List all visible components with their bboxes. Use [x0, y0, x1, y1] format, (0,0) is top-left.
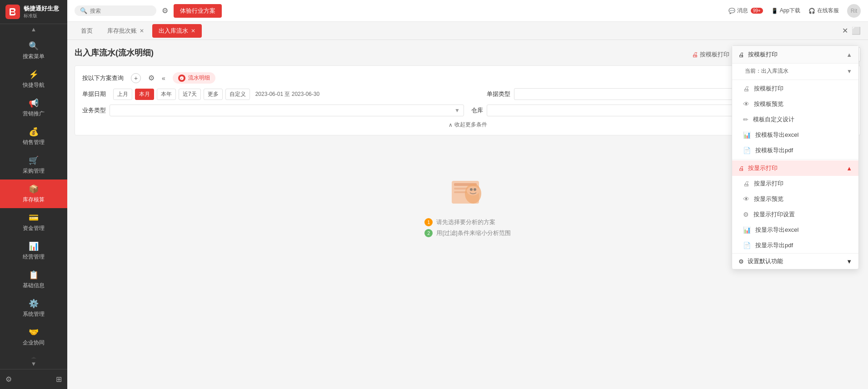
- sidebar-item-quicknav[interactable]: ⚡ 快捷导航: [0, 65, 67, 94]
- sidebar-collapse-button[interactable]: ⊞: [56, 375, 62, 384]
- sidebar-footer: ⚙ ⊞: [0, 369, 67, 389]
- dropdown-display-print-settings[interactable]: ⚙ 按显示打印设置: [732, 207, 858, 222]
- dropdown-header[interactable]: 🖨 按模板打印 ▲: [732, 46, 858, 64]
- voucher-type-label: 单据类型: [487, 90, 510, 98]
- biz-type-select[interactable]: ▼: [110, 105, 464, 116]
- sidebar-item-basic[interactable]: 📋 基础信息: [0, 265, 67, 294]
- topbar-gear-icon[interactable]: ⚙: [162, 6, 168, 15]
- dropdown-current-item[interactable]: 当前：出入库流水 ▼: [732, 64, 858, 79]
- footer-arrow-icon: ▼: [846, 258, 852, 265]
- logo-text: 畅捷通好生意 标准版: [24, 5, 59, 19]
- display-chevron-up-icon: ▲: [846, 165, 852, 172]
- dropdown-template-export-excel[interactable]: 📊 按模板导出excel: [732, 127, 858, 143]
- biz-type-arrow-icon: ▼: [454, 107, 460, 114]
- sidebar-item-purchase[interactable]: 🛒 采购管理: [0, 151, 67, 180]
- sidebar-scroll-up[interactable]: ▲: [0, 24, 67, 35]
- tab-batch-close[interactable]: ✕: [140, 28, 144, 34]
- date-btn-7days[interactable]: 近7天: [179, 89, 201, 100]
- template-print-icon: 🖨: [743, 85, 749, 92]
- empty-icon: [445, 167, 490, 213]
- filter-gear-icon[interactable]: ⚙: [148, 74, 155, 82]
- print-icon: 🖨: [692, 51, 698, 58]
- empty-tips: 1 请先选择要分析的方案 2 用[过滤]条件来缩小分析范围: [424, 218, 510, 240]
- dropdown-template-export-pdf[interactable]: 📄 按模板导出pdf: [732, 143, 858, 158]
- date-range: 2023-06-01 至 2023-06-30: [255, 90, 319, 98]
- topbar-search-icon: 🔍: [80, 7, 87, 14]
- sidebar-settings-button[interactable]: ⚙: [5, 375, 12, 384]
- display-pdf-icon: 📄: [743, 242, 751, 249]
- template-excel-icon: 📊: [743, 131, 751, 139]
- sidebar-item-inventory[interactable]: 📦 库存核算: [0, 180, 67, 208]
- template-print-button[interactable]: 🖨 按模板打印 ▲: [692, 50, 736, 59]
- filter-collapse-icon[interactable]: «: [162, 75, 165, 82]
- svg-point-8: [470, 188, 473, 191]
- sidebar-nav: 🔍 搜索菜单 ⚡ 快捷导航 📢 营销推广 💰 销售管理 🛒 采购管理 📦 库存核…: [0, 35, 67, 359]
- date-btn-this-year[interactable]: 本年: [157, 89, 176, 100]
- tag-icon: ✓: [178, 75, 185, 82]
- phone-icon: 📱: [771, 8, 778, 14]
- date-btn-more[interactable]: 更多: [204, 89, 223, 100]
- warehouse-label: 仓库: [471, 106, 483, 115]
- tip-num-1: 1: [424, 218, 433, 226]
- system-icon: ⚙️: [29, 299, 39, 309]
- message-badge: 99+: [751, 8, 763, 14]
- message-button[interactable]: 💬 消息 99+: [728, 7, 763, 15]
- template-pdf-icon: 📄: [743, 147, 751, 154]
- topbar-right: 💬 消息 99+ 📱 App下载 🎧 在线客服 Rit: [728, 4, 861, 18]
- funds-icon: 💳: [29, 213, 39, 223]
- tab-batch[interactable]: 库存批次账 ✕: [101, 24, 150, 38]
- dropdown-display-print[interactable]: 🖨 按显示打印: [732, 176, 858, 191]
- dropdown-template-preview[interactable]: 👁 按模板预览: [732, 96, 858, 112]
- logo-icon: [5, 5, 20, 19]
- filter-tag-flow[interactable]: ✓ 流水明细: [173, 72, 215, 84]
- display-excel-icon: 📊: [743, 226, 751, 234]
- dropdown-footer[interactable]: ⚙ 设置默认功能 ▼: [732, 253, 858, 269]
- sidebar-item-system[interactable]: ⚙️ 系统管理: [0, 294, 67, 323]
- tab-controls: ✕ ⬜: [842, 26, 861, 35]
- footer-settings-icon: ⚙: [738, 258, 744, 265]
- sidebar-item-operations[interactable]: 📊 经营管理: [0, 237, 67, 265]
- filter-add-button[interactable]: +: [131, 73, 141, 83]
- sidebar-item-search[interactable]: 🔍 搜索菜单: [0, 36, 67, 65]
- dropdown-template-print[interactable]: 🖨 按模板打印: [732, 81, 858, 96]
- current-item-arrow-icon: ▼: [847, 68, 852, 75]
- tab-flow[interactable]: 出入库流水 ✕: [152, 24, 202, 38]
- sales-icon: 💰: [29, 127, 39, 137]
- sidebar-item-cooperation[interactable]: 🤝 企业协同: [0, 323, 67, 351]
- headset-icon: 🎧: [808, 8, 815, 14]
- sidebar-item-guide[interactable]: 🎓 新手引导: [0, 351, 67, 359]
- topbar-search-box[interactable]: 🔍: [75, 5, 156, 16]
- app-download-button[interactable]: 📱 App下载: [771, 7, 800, 15]
- tab-home[interactable]: 首页: [75, 24, 99, 38]
- sidebar-logo: 畅捷通好生意 标准版: [0, 0, 67, 24]
- date-btn-custom[interactable]: 自定义: [225, 89, 250, 100]
- tab-flow-close[interactable]: ✕: [191, 28, 195, 34]
- dropdown-chevron-up-icon[interactable]: ▲: [846, 51, 852, 58]
- date-btn-last-month[interactable]: 上月: [113, 89, 132, 100]
- sidebar-item-sales[interactable]: 💰 销售管理: [0, 122, 67, 151]
- dropdown-template-custom[interactable]: ✏ 模板自定义设计: [732, 112, 858, 127]
- tip-row-1: 1 请先选择要分析的方案: [424, 218, 510, 226]
- tabbar: 首页 库存批次账 ✕ 出入库流水 ✕ ✕ ⬜: [67, 22, 868, 40]
- dropdown-display-preview[interactable]: 👁 按显示预览: [732, 191, 858, 207]
- display-section-header[interactable]: 🖨 按显示打印 ▲: [732, 160, 858, 176]
- operations-icon: 📊: [29, 241, 39, 251]
- user-avatar[interactable]: Rit: [847, 4, 861, 18]
- tab-maximize-icon[interactable]: ⬜: [852, 26, 861, 35]
- online-service-button[interactable]: 🎧 在线客服: [808, 7, 839, 15]
- date-filter: 上月 本月 本年 近7天 更多 自定义 2023-06-01 至 2023-06…: [113, 89, 479, 100]
- sidebar-item-marketing[interactable]: 📢 营销推广: [0, 94, 67, 122]
- dropdown-display-export-pdf[interactable]: 📄 按显示导出pdf: [732, 238, 858, 253]
- svg-point-9: [474, 188, 476, 191]
- search-input[interactable]: [90, 8, 145, 14]
- collapse-button[interactable]: ∧ 收起更多条件: [449, 121, 487, 129]
- sidebar-item-funds[interactable]: 💳 资金管理: [0, 208, 67, 237]
- dropdown-display-export-excel[interactable]: 📊 按显示导出excel: [732, 222, 858, 238]
- basic-icon: 📋: [29, 270, 39, 280]
- sidebar-scroll-down[interactable]: ▼: [0, 359, 67, 369]
- template-custom-icon: ✏: [743, 116, 748, 123]
- dropdown-print-icon: 🖨: [738, 51, 744, 58]
- tab-close-all-icon[interactable]: ✕: [842, 26, 848, 35]
- industry-solution-button[interactable]: 体验行业方案: [174, 4, 222, 18]
- date-btn-this-month[interactable]: 本月: [135, 89, 154, 100]
